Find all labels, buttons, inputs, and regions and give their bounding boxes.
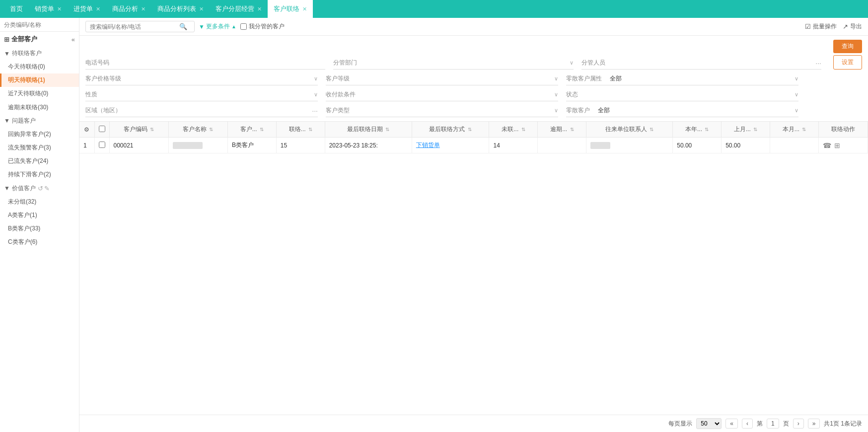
close-product-analysis-icon[interactable]: ✕ xyxy=(141,6,145,12)
filter-retail-customer: 零散客户 全部 ∨ xyxy=(566,104,798,117)
export-btn[interactable]: ↗ 导出 xyxy=(843,22,862,31)
contact-sort-icon: ⇅ xyxy=(308,127,312,132)
manager-more-icon[interactable]: ··· xyxy=(815,59,821,67)
sidebar-item-repurchase-abnormal[interactable]: 回购异常客户(2) xyxy=(0,128,79,141)
td-unreached: 14 xyxy=(489,138,538,153)
sidebar-item-class-a[interactable]: A类客户(1) xyxy=(0,209,79,222)
adv-filter-panel: 电话号码 分管部门 ∨ 分管人员 ··· 查询 设置 xyxy=(79,36,868,122)
retail-attr-value: 全部 xyxy=(610,74,622,83)
filter-bar: 🔍 ▼ 更多条件 ▲ 我分管的客户 ☑ 批量操作 ↗ 导出 xyxy=(79,18,868,36)
sidebar-item-class-b[interactable]: B类客户(33) xyxy=(0,222,79,235)
th-contact[interactable]: 联络... ⇅ xyxy=(276,122,325,138)
retail-attr-dropdown-icon[interactable]: ∨ xyxy=(795,75,798,82)
batch-ops-btn[interactable]: ☑ 批量操作 xyxy=(805,22,837,31)
first-page-btn[interactable]: « xyxy=(725,419,738,429)
region-more-icon[interactable]: ··· xyxy=(312,107,318,115)
customer-type-dropdown-icon[interactable]: ∨ xyxy=(554,107,558,114)
last-method-sort-icon: ⇅ xyxy=(468,127,472,132)
th-code[interactable]: 客户编码 ⇅ xyxy=(109,122,168,138)
th-settings[interactable]: ⚙ xyxy=(79,122,94,138)
all-customers-title[interactable]: ⊞ 全部客户 « xyxy=(0,32,79,47)
th-type[interactable]: 客户... ⇅ xyxy=(227,122,276,138)
pagination-bar: 每页显示 50 100 200 « ‹ 第 1 页 › » 共1页 1条记录 xyxy=(79,415,868,432)
settings-button[interactable]: 设置 xyxy=(833,55,862,70)
close-sales-order-icon[interactable]: ✕ xyxy=(57,6,62,12)
retail-customer-value: 全部 xyxy=(598,106,610,115)
sidebar-item-churned[interactable]: 已流失客户(24) xyxy=(0,154,79,168)
last-method-link[interactable]: 下销货单 xyxy=(416,142,440,148)
sidebar-item-7days[interactable]: 近7天待联络(0) xyxy=(0,87,79,100)
query-button[interactable]: 查询 xyxy=(833,40,862,53)
th-this-month[interactable]: 本月... ⇅ xyxy=(770,122,819,138)
select-all-checkbox[interactable] xyxy=(99,126,105,132)
close-product-analysis-list-icon[interactable]: ✕ xyxy=(199,6,204,12)
retail-customer-dropdown-icon[interactable]: ∨ xyxy=(795,107,798,114)
last-month-sort-icon: ⇅ xyxy=(753,127,757,132)
export-icon: ↗ xyxy=(843,23,848,30)
th-last-month[interactable]: 上月... ⇅ xyxy=(722,122,770,138)
more-conditions-btn[interactable]: ▼ 更多条件 ▲ xyxy=(199,22,236,31)
current-page-input[interactable]: 1 xyxy=(767,419,779,429)
sidebar-item-today[interactable]: 今天待联络(0) xyxy=(0,60,79,73)
th-last-date[interactable]: 最后联络日期 ⇅ xyxy=(325,122,412,138)
nav-home[interactable]: 首页 xyxy=(4,0,29,18)
my-customers-filter: 我分管的客户 xyxy=(240,22,285,31)
sidebar-item-class-c[interactable]: C类客户(6) xyxy=(0,235,79,249)
th-last-method[interactable]: 最后联络方式 ⇅ xyxy=(412,122,489,138)
value-refresh-icon[interactable]: ↺ xyxy=(38,185,43,192)
th-this-year[interactable]: 本年... ⇅ xyxy=(673,122,722,138)
close-customer-contact-icon[interactable]: ✕ xyxy=(302,6,307,12)
masked-name xyxy=(173,142,203,149)
value-edit-icon[interactable]: ✎ xyxy=(44,185,50,192)
sidebar-search-input[interactable] xyxy=(4,21,78,28)
filter-search-icon[interactable]: 🔍 xyxy=(179,23,187,30)
next-page-btn[interactable]: › xyxy=(793,419,804,429)
price-level-dropdown-icon[interactable]: ∨ xyxy=(314,75,318,82)
dept-dropdown-icon[interactable]: ∨ xyxy=(570,60,574,66)
status-dropdown-icon[interactable]: ∨ xyxy=(795,91,798,98)
th-overdue[interactable]: 逾期... ⇅ xyxy=(538,122,586,138)
sidebar-item-churn-warning[interactable]: 流失预警客户(3) xyxy=(0,141,79,154)
top-nav: 首页 销货单 ✕ 进货单 ✕ 商品分析 ✕ 商品分析列表 ✕ 客户分层经营 ✕ … xyxy=(0,0,868,18)
sidebar-item-unclassified[interactable]: 未分组(32) xyxy=(0,195,79,209)
action-icons: ☎ ⊞ xyxy=(823,142,864,149)
nav-customer-contact[interactable]: 客户联络 ✕ xyxy=(268,0,313,18)
filter-price-level: 客户价格等级 ∨ xyxy=(85,72,318,85)
row-checkbox[interactable] xyxy=(99,142,105,148)
nav-sales-order[interactable]: 销货单 ✕ xyxy=(29,0,68,18)
td-last-month: 50.00 xyxy=(722,138,770,153)
table-area: ⚙ 客户编码 ⇅ 客户名称 ⇅ 客户... xyxy=(79,122,868,415)
prev-page-btn[interactable]: ‹ xyxy=(742,419,753,429)
pending-section-title[interactable]: ▼ 待联络客户 xyxy=(0,47,79,60)
per-page-select[interactable]: 50 100 200 xyxy=(696,418,722,429)
last-page-btn[interactable]: » xyxy=(808,419,820,429)
sidebar-item-tomorrow[interactable]: 明天待联络(1) xyxy=(0,73,79,87)
th-name[interactable]: 客户名称 ⇅ xyxy=(168,122,227,138)
th-checkbox xyxy=(94,122,109,138)
th-unreached[interactable]: 未联... ⇅ xyxy=(489,122,538,138)
th-unit-contact[interactable]: 往来单位联系人 ⇅ xyxy=(586,122,673,138)
gender-dropdown-icon[interactable]: ∨ xyxy=(314,91,318,98)
sidebar-item-declining[interactable]: 持续下滑客户(2) xyxy=(0,168,79,181)
table-row: 1 000021 B类客户 15 2023-05-23 18:25: 下销货单 xyxy=(79,138,868,153)
payment-dropdown-icon[interactable]: ∨ xyxy=(554,91,558,98)
grid-action-icon[interactable]: ⊞ xyxy=(834,142,840,149)
nav-product-analysis[interactable]: 商品分析 ✕ xyxy=(106,0,151,18)
customer-level-dropdown-icon[interactable]: ∨ xyxy=(554,75,558,82)
page-suffix: 页 xyxy=(783,420,789,428)
my-customers-checkbox[interactable] xyxy=(240,23,247,30)
value-section-title[interactable]: ▼ 价值客户 ↺ ✎ xyxy=(0,182,79,195)
phone-action-icon[interactable]: ☎ xyxy=(823,142,831,149)
masked-unit-contact xyxy=(590,142,610,149)
td-last-method[interactable]: 下销货单 xyxy=(412,138,489,153)
grid-icon: ⊞ xyxy=(4,36,9,43)
nav-product-analysis-list[interactable]: 商品分析列表 ✕ xyxy=(151,0,210,18)
filter-search-input[interactable] xyxy=(90,23,179,30)
close-purchase-order-icon[interactable]: ✕ xyxy=(96,6,100,12)
close-customer-tier-icon[interactable]: ✕ xyxy=(257,6,262,12)
nav-purchase-order[interactable]: 进货单 ✕ xyxy=(68,0,106,18)
nav-customer-tier[interactable]: 客户分层经营 ✕ xyxy=(210,0,268,18)
sidebar-item-overdue[interactable]: 逾期未联络(30) xyxy=(0,101,79,114)
filter-customer-level: 客户等级 ∨ xyxy=(326,72,558,85)
problem-section-title[interactable]: ▼ 问题客户 xyxy=(0,114,79,128)
